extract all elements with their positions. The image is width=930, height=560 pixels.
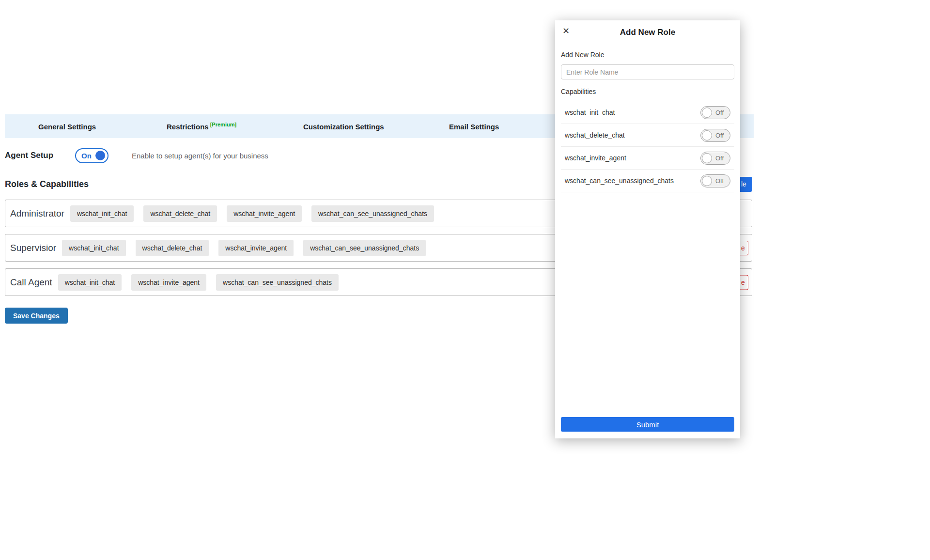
capability-chip: wschat_invite_agent xyxy=(218,240,294,256)
agent-setup-label: Agent Setup xyxy=(5,151,75,160)
agent-setup-description: Enable to setup agent(s) for your busine… xyxy=(132,152,268,160)
delete-role-button-partial[interactable]: e xyxy=(740,240,748,255)
capability-name: wschat_invite_agent xyxy=(565,154,626,162)
capability-chip: wschat_invite_agent xyxy=(227,205,302,222)
capability-chip: wschat_can_see_unassigned_chats xyxy=(303,240,426,256)
capability-toggle[interactable]: Off xyxy=(700,174,730,187)
tab-customization-settings[interactable]: Customization Settings xyxy=(303,122,384,130)
roles-capabilities-heading: Roles & Capabilities xyxy=(5,179,89,189)
tab-restrictions[interactable]: Restrictions[Premium] xyxy=(167,122,236,130)
role-name: Supervisior xyxy=(10,243,56,253)
capability-toggle[interactable]: Off xyxy=(700,129,730,142)
role-name-field-label: Add New Role xyxy=(561,51,734,59)
capability-name: wschat_can_see_unassigned_chats xyxy=(565,177,674,185)
tab-restrictions-label: Restrictions xyxy=(167,122,209,130)
save-changes-button[interactable]: Save Changes xyxy=(5,308,68,324)
capability-chip: wschat_delete_chat xyxy=(136,240,209,256)
modal-capability-list: wschat_init_chat Off wschat_delete_chat … xyxy=(561,101,734,192)
add-new-role-button-partial[interactable]: le xyxy=(740,177,752,192)
capability-chip: wschat_can_see_unassigned_chats xyxy=(311,205,434,222)
agent-setup-row: Agent Setup On Enable to setup agent(s) … xyxy=(5,145,268,166)
capability-chip: wschat_init_chat xyxy=(70,205,134,222)
capability-row: wschat_init_chat Off xyxy=(561,101,734,124)
toggle-knob xyxy=(702,130,712,140)
toggle-state-label: Off xyxy=(715,177,724,185)
capability-name: wschat_delete_chat xyxy=(565,131,625,139)
role-capability-chips: wschat_init_chatwschat_invite_agentwscha… xyxy=(58,274,339,291)
toggle-state-label: Off xyxy=(715,132,724,139)
modal-title: Add New Role xyxy=(555,20,740,37)
capability-chip: wschat_can_see_unassigned_chats xyxy=(216,274,339,291)
capabilities-label: Capabilities xyxy=(561,88,734,95)
capability-row: wschat_invite_agent Off xyxy=(561,147,734,170)
toggle-on-label: On xyxy=(81,152,92,160)
capability-row: wschat_can_see_unassigned_chats Off xyxy=(561,170,734,192)
add-new-role-modal: ✕ Add New Role Add New Role Capabilities… xyxy=(555,20,740,438)
capability-toggle[interactable]: Off xyxy=(700,152,730,165)
toggle-knob xyxy=(702,153,712,163)
submit-button[interactable]: Submit xyxy=(561,417,734,432)
capability-toggle[interactable]: Off xyxy=(700,106,730,119)
delete-role-button-partial[interactable]: e xyxy=(740,275,748,290)
capability-chip: wschat_init_chat xyxy=(58,274,122,291)
role-capability-chips: wschat_init_chatwschat_delete_chatwschat… xyxy=(62,240,426,256)
toggle-state-label: Off xyxy=(715,155,724,162)
role-name-input[interactable] xyxy=(561,64,734,79)
capability-chip: wschat_init_chat xyxy=(62,240,126,256)
close-icon[interactable]: ✕ xyxy=(562,27,570,35)
premium-badge: [Premium] xyxy=(210,121,236,127)
toggle-knob xyxy=(702,108,712,118)
capability-row: wschat_delete_chat Off xyxy=(561,124,734,147)
role-name: Administrator xyxy=(10,208,64,219)
capability-chip: wschat_delete_chat xyxy=(143,205,217,222)
role-capability-chips: wschat_init_chatwschat_delete_chatwschat… xyxy=(70,205,434,222)
role-name: Call Agent xyxy=(10,277,52,288)
tab-general-settings[interactable]: General Settings xyxy=(38,122,96,130)
agent-setup-toggle[interactable]: On xyxy=(75,148,108,163)
toggle-state-label: Off xyxy=(715,109,724,116)
tab-email-settings[interactable]: Email Settings xyxy=(449,122,499,130)
toggle-knob xyxy=(95,151,105,160)
capability-chip: wschat_invite_agent xyxy=(131,274,206,291)
capability-name: wschat_init_chat xyxy=(565,109,615,116)
toggle-knob xyxy=(702,176,712,186)
